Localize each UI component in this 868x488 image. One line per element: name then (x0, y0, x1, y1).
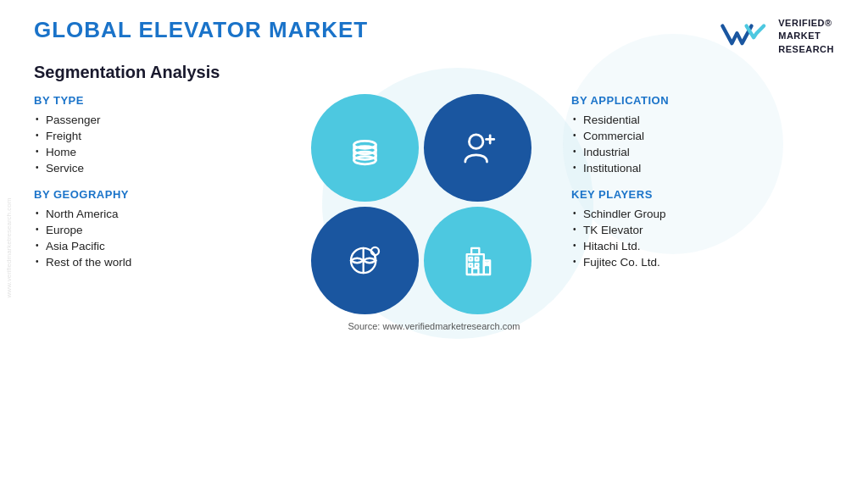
svg-point-10 (469, 135, 483, 149)
svg-rect-25 (485, 263, 487, 265)
list-item: Asia Pacific (34, 238, 271, 254)
logo-area: VERIFIED® MARKET RESEARCH (719, 17, 834, 56)
quad-cell-bottom-right (424, 207, 531, 314)
svg-rect-23 (472, 269, 478, 274)
page-title: GLOBAL ELEVATOR MARKET (34, 17, 368, 43)
by-application-section: BY APPLICATION Residential Commercial In… (571, 94, 834, 176)
source-text: Source: www.verifiedmarketresearch.com (34, 321, 834, 331)
key-players-list: Schindler Group TK Elevator Hitachi Ltd.… (571, 206, 834, 270)
vmr-logo-icon (719, 19, 770, 53)
globe-icon (342, 237, 388, 284)
key-players-section: KEY PLAYERS Schindler Group TK Elevator … (571, 188, 834, 270)
quad-grid (311, 94, 531, 314)
quad-cell-top-right (424, 94, 531, 202)
building-icon (454, 237, 501, 284)
list-item: Home (34, 144, 271, 160)
quad-cell-bottom-left (311, 207, 419, 314)
list-item: Schindler Group (571, 206, 834, 222)
by-application-list: Residential Commercial Industrial Instit… (571, 112, 834, 176)
list-item: Service (34, 160, 271, 176)
svg-rect-18 (471, 248, 479, 254)
list-item: Fujitec Co. Ltd. (571, 254, 834, 270)
quad-diagram (311, 94, 531, 314)
logo-research: RESEARCH (778, 43, 834, 56)
by-type-list: Passenger Freight Home Service (34, 112, 271, 176)
list-item: Europe (34, 222, 271, 238)
list-item: Commercial (571, 128, 834, 144)
logo-text: VERIFIED® MARKET RESEARCH (778, 17, 834, 56)
list-item: Industrial (571, 144, 834, 160)
logo-verified: VERIFIED® (778, 18, 832, 28)
by-application-title: BY APPLICATION (571, 94, 834, 107)
subtitle: Segmentation Analysis (34, 63, 834, 82)
list-item: North America (34, 206, 271, 222)
logo-market: MARKET (778, 30, 834, 42)
right-column: BY APPLICATION Residential Commercial In… (571, 94, 834, 282)
by-geography-section: BY GEOGRAPHY North America Europe Asia P… (34, 188, 271, 270)
list-item: Passenger (34, 112, 271, 128)
center-diagram (271, 94, 571, 314)
svg-rect-22 (476, 263, 479, 267)
main-layout: BY TYPE Passenger Freight Home Service B… (34, 94, 834, 314)
left-column: BY TYPE Passenger Freight Home Service B… (34, 94, 271, 282)
svg-rect-19 (469, 258, 472, 261)
list-item: Hitachi Ltd. (571, 238, 834, 254)
header: GLOBAL ELEVATOR MARKET VERIFIED® MARKET … (34, 17, 834, 56)
list-item: Rest of the world (34, 254, 271, 270)
by-geography-title: BY GEOGRAPHY (34, 188, 271, 201)
key-players-title: KEY PLAYERS (571, 188, 834, 201)
user-icon (454, 125, 501, 171)
svg-rect-21 (469, 263, 472, 267)
quad-cell-top-left (311, 94, 419, 202)
by-geography-list: North America Europe Asia Pacific Rest o… (34, 206, 271, 270)
list-item: Residential (571, 112, 834, 128)
by-type-section: BY TYPE Passenger Freight Home Service (34, 94, 271, 176)
list-item: TK Elevator (571, 222, 834, 238)
svg-rect-26 (487, 263, 489, 265)
list-item: Institutional (571, 160, 834, 176)
by-type-title: BY TYPE (34, 94, 271, 107)
list-item: Freight (34, 128, 271, 144)
svg-rect-20 (476, 258, 479, 261)
elevator-icon (342, 125, 388, 171)
svg-point-9 (354, 141, 376, 148)
